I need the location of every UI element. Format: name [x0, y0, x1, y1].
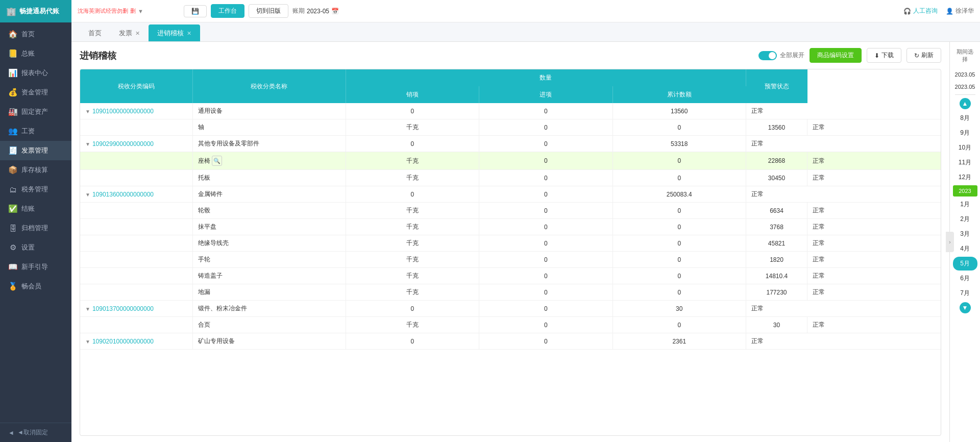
- headset-icon: 🎧: [903, 8, 911, 15]
- th-purchase: 进项: [479, 86, 613, 103]
- sidebar-item-tax[interactable]: 🗂 税务管理: [0, 180, 71, 199]
- refresh-button[interactable]: ↻ 刷新: [906, 48, 941, 63]
- save-button[interactable]: 💾: [184, 5, 207, 17]
- cell-name: 其他专用设备及零部件: [192, 136, 346, 152]
- period-2[interactable]: 2月: [953, 212, 977, 226]
- sidebar-item-stock[interactable]: 📦 库存核算: [0, 160, 71, 180]
- sidebar-item-settings[interactable]: ⚙ 设置: [0, 238, 71, 257]
- tab-invoice-label: 发票: [119, 29, 132, 38]
- tab-invoice[interactable]: 发票 ✕: [110, 24, 149, 41]
- cell-code: [80, 203, 192, 219]
- switch-old-button[interactable]: 切到旧版: [249, 4, 288, 18]
- sidebar-item-ledger[interactable]: 📒 总账: [0, 44, 71, 63]
- content-area: 进销稽核 全部展开 商品编码设置 ⬇ 下载 ↻ 刷新: [71, 42, 949, 442]
- period-8[interactable]: 8月: [953, 111, 977, 125]
- cell-code: [80, 284, 192, 301]
- period-10[interactable]: 10月: [953, 141, 977, 155]
- archive-icon: 🗄: [8, 224, 17, 233]
- sidebar-item-label: 税务管理: [21, 185, 48, 194]
- collapse-icon[interactable]: ▼: [85, 109, 90, 114]
- company-selector[interactable]: 沈海英测试经营勿删 删 ▼: [78, 7, 180, 15]
- workbench-button[interactable]: 工作台: [211, 4, 244, 18]
- tab-invoice-close[interactable]: ✕: [135, 30, 140, 37]
- expand-toggle-label: 全部展开: [758, 51, 804, 60]
- period-5[interactable]: 5月: [953, 257, 977, 271]
- download-button[interactable]: ⬇ 下载: [867, 48, 901, 63]
- period-6[interactable]: 6月: [953, 272, 977, 285]
- collapse-icon[interactable]: ▼: [85, 192, 90, 198]
- period-1[interactable]: 1月: [953, 198, 977, 211]
- cell-name: 地漏: [192, 284, 346, 301]
- cell-code: [80, 119, 192, 136]
- th-sale: 销项: [346, 86, 479, 103]
- cell-total: 13560: [746, 119, 807, 136]
- cell-sale: 0: [479, 317, 613, 333]
- cell-name: 合页: [192, 317, 346, 333]
- cell-name: 铸造盖子: [192, 268, 346, 284]
- table-row: 轴 千克 0 0 13560 正常: [80, 119, 941, 136]
- sidebar-item-capital[interactable]: 💰 资金管理: [0, 83, 71, 102]
- cell-purchase: 0: [612, 284, 746, 301]
- period-12[interactable]: 12月: [953, 170, 977, 184]
- assets-icon: 🏭: [8, 107, 17, 116]
- period-top-1[interactable]: 2023.05: [953, 69, 977, 80]
- sidebar-item-salary[interactable]: 👥 工资: [0, 121, 71, 141]
- sidebar-item-archive[interactable]: 🗄 归档管理: [0, 218, 71, 238]
- collapse-icon[interactable]: ▼: [85, 306, 90, 312]
- cell-sale: 0: [346, 103, 479, 119]
- expand-toggle-text: 全部展开: [780, 51, 804, 60]
- search-icon[interactable]: 🔍: [212, 156, 222, 166]
- cell-purchase: 0: [479, 136, 613, 152]
- page-content: 进销稽核 全部展开 商品编码设置 ⬇ 下载 ↻ 刷新: [71, 42, 980, 442]
- sidebar-item-settlement[interactable]: ✅ 结账: [0, 199, 71, 218]
- collapse-icon[interactable]: ▼: [85, 141, 90, 147]
- tab-reconcile-close[interactable]: ✕: [187, 30, 191, 37]
- user-menu[interactable]: 👤 徐泽华: [946, 7, 974, 15]
- code-settings-button[interactable]: 商品编码设置: [810, 48, 862, 63]
- sidebar-item-home[interactable]: 🏠 首页: [0, 24, 71, 44]
- cell-sale: 0: [479, 119, 613, 136]
- sidebar-pin-toggle[interactable]: ◄ ◄取消固定: [0, 423, 71, 442]
- scroll-down-arrow[interactable]: ▼: [960, 302, 971, 313]
- period-4[interactable]: 4月: [953, 242, 977, 256]
- sidebar-item-label: 总账: [21, 49, 35, 58]
- panel-toggle[interactable]: ›: [946, 232, 954, 252]
- calendar-icon: 📅: [331, 8, 339, 15]
- period-11[interactable]: 11月: [953, 156, 977, 169]
- collapse-icon[interactable]: ▼: [85, 339, 90, 345]
- cell-total: 30450: [746, 170, 807, 186]
- expand-toggle[interactable]: [758, 51, 777, 60]
- period-header: 期间选择: [950, 46, 980, 65]
- cell-total: 30: [612, 301, 746, 317]
- sidebar-item-label: 发票管理: [21, 146, 48, 155]
- period-3[interactable]: 3月: [953, 227, 977, 241]
- cell-purchase: 0: [612, 252, 746, 268]
- scroll-up-arrow[interactable]: ▲: [960, 98, 971, 109]
- cell-unit: 千克: [346, 219, 479, 235]
- cell-sale: 0: [346, 136, 479, 152]
- service-btn[interactable]: 🎧 人工咨询: [903, 7, 938, 15]
- cell-sale: 0: [346, 186, 479, 203]
- cell-total: 1820: [746, 252, 807, 268]
- sidebar-item-member[interactable]: 🏅 畅会员: [0, 277, 71, 296]
- sidebar-item-assets[interactable]: 🏭 固定资产: [0, 102, 71, 121]
- cell-status: 正常: [746, 333, 807, 350]
- period-9[interactable]: 9月: [953, 126, 977, 140]
- sidebar-item-invoice[interactable]: 🧾 发票管理: [0, 141, 71, 160]
- cell-unit: 千克: [346, 152, 479, 170]
- sidebar-item-reports[interactable]: 📊 报表中心: [0, 63, 71, 83]
- ledger-icon: 📒: [8, 49, 17, 58]
- table-row: ▼109010000000000000 通用设备 0 0 13560 正常: [80, 103, 941, 119]
- sidebar-item-label: 畅会员: [21, 282, 41, 291]
- sidebar-nav: 🏠 首页 📒 总账 📊 报表中心 💰 资金管理 🏭 固定资产 👥 工资 🧾 发票…: [0, 22, 71, 423]
- cell-name: 座椅 🔍: [192, 152, 346, 170]
- sidebar-item-guide[interactable]: 📖 新手引导: [0, 257, 71, 277]
- sidebar-item-label: 新手引导: [21, 262, 48, 272]
- cell-sale: 0: [346, 301, 479, 317]
- cell-code: [80, 170, 192, 186]
- period-selector[interactable]: 账期 2023-05 📅: [292, 7, 339, 15]
- period-7[interactable]: 7月: [953, 286, 977, 300]
- tab-home[interactable]: 首页: [80, 24, 110, 41]
- tab-reconcile[interactable]: 进销稽核 ✕: [149, 24, 200, 41]
- period-top-2[interactable]: 2023.05: [953, 81, 977, 92]
